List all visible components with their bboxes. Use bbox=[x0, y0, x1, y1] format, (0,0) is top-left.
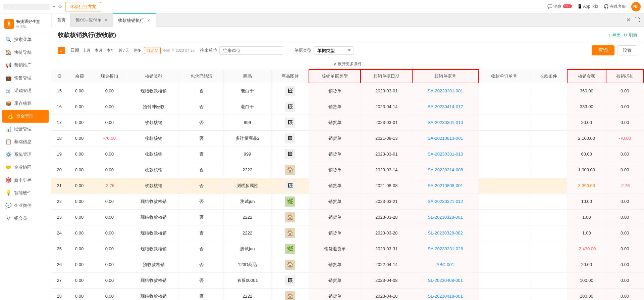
message-area[interactable]: 💬 消息 99+ bbox=[547, 4, 572, 9]
cell-goods-img: 🖼 bbox=[271, 130, 309, 146]
doc-no-link[interactable]: SA-20230314-008 bbox=[428, 167, 463, 172]
company-chevron-icon[interactable]: ▾ bbox=[53, 4, 55, 9]
doc-no-link[interactable]: SA-20230301-010 bbox=[428, 152, 463, 157]
doc-no-link[interactable]: SA-20230301-010 bbox=[428, 120, 463, 125]
data-table: ⚙ 余额 现金折扣 核销类型 包含已结清 商品 商品图片 核销单据类型 核销单据… bbox=[51, 69, 644, 300]
sidebar-item-purchase[interactable]: 🛒 采购管理 bbox=[0, 84, 51, 97]
cell-goods-img: 🌿 bbox=[271, 194, 309, 209]
cell-payment-terms bbox=[530, 288, 567, 300]
col-balance: 余额 bbox=[68, 70, 91, 83]
sidebar-item-search[interactable]: 🔍 搜索菜单 bbox=[0, 33, 51, 46]
cell-order-no bbox=[478, 178, 530, 194]
doc-no-link[interactable]: SA-20230301-001 bbox=[428, 88, 463, 93]
settings-icon[interactable]: ⚙ bbox=[58, 3, 62, 10]
date-btn-7days[interactable]: 近7天 bbox=[117, 47, 130, 54]
cell-goods-img: 🖼 bbox=[271, 178, 309, 194]
cell-discount: 0.00 bbox=[606, 115, 644, 130]
counterparty-filter-group: 往来单位 ··· bbox=[200, 46, 289, 55]
cell-cash-discount: 0.00 bbox=[91, 288, 128, 300]
tab-writeoff-close-icon[interactable]: ✕ bbox=[146, 18, 151, 23]
cell-settled: 否 bbox=[179, 130, 223, 146]
table-row: 26 0.00 0.00 预收款核销 否 123D商品 🏠 销货单 2022-0… bbox=[51, 257, 644, 272]
sidebar-item-marketing[interactable]: 📢 营销推广 bbox=[0, 59, 51, 72]
col-settings[interactable]: ⚙ bbox=[51, 70, 68, 83]
cell-balance: 0.00 bbox=[68, 115, 91, 130]
date-btn-thisyear[interactable]: 本年 bbox=[105, 47, 116, 54]
sidebar-item-basics[interactable]: 📋 基础信息 bbox=[0, 135, 51, 148]
cell-order-no bbox=[478, 130, 530, 146]
sidebar-item-operations[interactable]: 📊 经营管理 bbox=[0, 123, 51, 135]
tab-prepay-close-icon[interactable]: ✕ bbox=[104, 18, 108, 23]
app-download[interactable]: 📱 App下载 bbox=[577, 4, 598, 9]
doc-no-link[interactable]: SL-20230328-002 bbox=[428, 230, 463, 235]
col-settled: 包含已结清 bbox=[179, 70, 223, 83]
sidebar-item-collab[interactable]: 🤝 企业协同 bbox=[0, 161, 51, 174]
user-avatar[interactable]: Rit bbox=[631, 2, 641, 11]
sidebar-item-system[interactable]: ⚙️ 系统管理 bbox=[0, 148, 51, 161]
cell-settled: 否 bbox=[179, 178, 223, 194]
cell-doc-date: 2023-03-31 bbox=[361, 241, 412, 257]
cell-type: 收款核销 bbox=[128, 178, 179, 194]
filter-settings-button[interactable]: 设置 bbox=[617, 45, 637, 55]
cell-cash-discount: 0.00 bbox=[91, 241, 128, 257]
export-icon: ↑ bbox=[609, 33, 611, 38]
sidebar-item-label: 销售管理 bbox=[14, 75, 32, 81]
table-row: 19 0.00 0.00 收款核销 否 999 🖼 销货单 2023-03-01… bbox=[51, 146, 644, 162]
cell-goods: 测试jun bbox=[223, 241, 271, 257]
cell-settled: 否 bbox=[179, 83, 223, 99]
sidebar-item-wecom[interactable]: 💬 企业微信 bbox=[0, 199, 51, 212]
cell-goods: 老白干 bbox=[223, 83, 271, 99]
doc-no-link[interactable]: SA-20230331-026 bbox=[428, 246, 463, 251]
page-content: 收款核销执行(按收款) ↑ 导出 ↻ 刷新 » 日期 bbox=[51, 27, 644, 300]
tab-home[interactable]: 首页 bbox=[52, 13, 71, 27]
doctype-select[interactable]: 单据类型 销货单 销货退货单 bbox=[314, 46, 354, 55]
doc-no-link[interactable]: SL-20230418-001 bbox=[428, 294, 463, 299]
cell-type: 现结收款核销 bbox=[128, 272, 179, 288]
doc-no-link[interactable]: SL-20230328-001 bbox=[428, 215, 463, 220]
sidebar-item-inventory[interactable]: 📦 库存核算 bbox=[0, 97, 51, 110]
tab-writeoff[interactable]: 收款核销执行 ✕ bbox=[113, 13, 156, 27]
expand-button[interactable]: » bbox=[58, 47, 65, 54]
tab-prepay[interactable]: 预付冲应付单 ✕ bbox=[71, 13, 113, 27]
doc-no-link[interactable]: SL-20230408-001 bbox=[428, 278, 463, 283]
cell-balance: 0.00 bbox=[68, 83, 91, 99]
date-btn-custom[interactable]: 自定义 bbox=[144, 47, 161, 54]
sidebar-item-label: 采购管理 bbox=[14, 88, 32, 94]
date-btn-thismonth[interactable]: 本月 bbox=[93, 47, 104, 54]
doc-no-link[interactable]: SA-20210813-001 bbox=[428, 136, 463, 141]
doc-no-link[interactable]: SA-20230321-012 bbox=[428, 199, 463, 204]
sidebar-item-quicknav[interactable]: 🏠 快捷导航 bbox=[0, 46, 51, 59]
cell-doc-no: SA-20210813-001 bbox=[412, 130, 478, 146]
date-btn-lastmonth[interactable]: 上月 bbox=[81, 47, 92, 54]
doc-no-link[interactable]: SA-20210808-001 bbox=[428, 183, 463, 188]
doc-no-link[interactable]: SA-20230414-017 bbox=[428, 104, 463, 109]
export-button[interactable]: ↑ 导出 bbox=[609, 32, 621, 38]
table-row: 22 0.00 0.00 现结收款核销 否 测试jun 🌿 销货单 2023-0… bbox=[51, 194, 644, 209]
date-btn-more[interactable]: 更多 bbox=[132, 47, 143, 54]
expand-more-button[interactable]: ∨ 展开更多条件 bbox=[333, 61, 362, 67]
cell-id: 26 bbox=[51, 257, 68, 272]
page-header: 收款核销执行(按收款) ↑ 导出 ↻ 刷新 bbox=[51, 27, 644, 42]
cell-goods: 999 bbox=[223, 146, 271, 162]
cell-discount: -2.76 bbox=[606, 178, 644, 194]
basics-icon: 📋 bbox=[5, 139, 11, 145]
cell-amount: 10.00 bbox=[567, 194, 606, 209]
cell-goods: 多计量商品2 bbox=[223, 130, 271, 146]
sidebar-item-finance[interactable]: 💰 资金管理 bbox=[2, 110, 49, 123]
sidebar-item-sales[interactable]: 💼 销售管理 bbox=[0, 72, 51, 84]
close-tab-button[interactable]: ✕ bbox=[625, 15, 632, 25]
sidebar-item-guide[interactable]: 🎯 新手引导 bbox=[0, 174, 51, 186]
finance-icon: 💰 bbox=[7, 113, 13, 119]
query-button[interactable]: 查询 bbox=[592, 45, 614, 55]
counterparty-input[interactable] bbox=[219, 46, 283, 55]
online-service[interactable]: 🎧 在线客服 bbox=[604, 4, 626, 9]
refresh-button[interactable]: ↻ 刷新 bbox=[624, 32, 637, 38]
sidebar-item-member[interactable]: V 畅会员 bbox=[0, 212, 51, 225]
maximize-button[interactable]: ⛶ bbox=[633, 16, 641, 25]
doc-no-link[interactable]: ABC-001 bbox=[436, 262, 454, 267]
sidebar-item-hardware[interactable]: 💡 智能硬件 bbox=[0, 186, 51, 199]
cell-amount: 3,390.00 bbox=[567, 178, 606, 194]
solution-button[interactable]: 休验行业方案 bbox=[65, 2, 101, 11]
company-selector[interactable]: — — — — bbox=[3, 4, 50, 10]
cell-doc-date: 2021-08-08 bbox=[361, 178, 412, 194]
